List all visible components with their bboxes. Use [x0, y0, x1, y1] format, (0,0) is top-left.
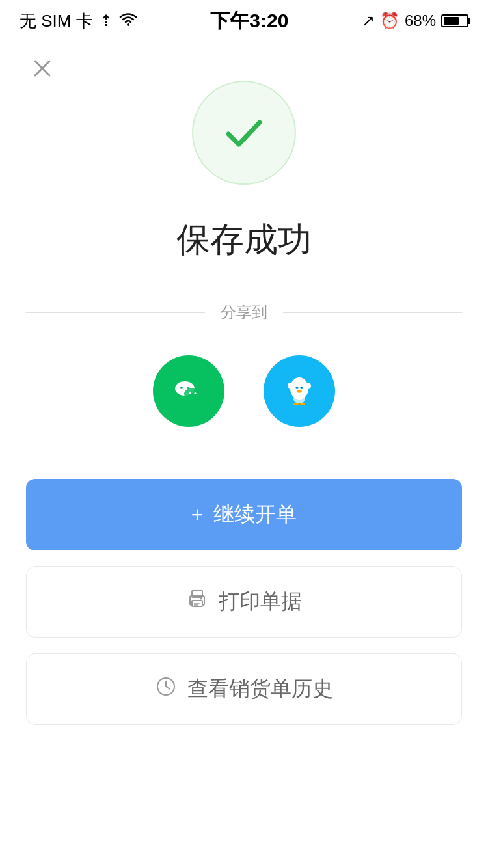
share-icons	[153, 355, 335, 427]
qq-icon	[278, 370, 320, 412]
svg-point-20	[293, 403, 299, 405]
history-button-label: 查看销货单历史	[187, 675, 333, 703]
checkmark-icon	[218, 107, 270, 159]
plus-icon: +	[191, 503, 204, 527]
svg-point-5	[180, 387, 183, 389]
action-buttons: + 继续开单 打印单据	[0, 479, 488, 725]
svg-point-27	[200, 598, 202, 600]
svg-point-17	[301, 387, 303, 388]
svg-point-8	[194, 392, 196, 394]
share-label: 分享到	[205, 302, 283, 323]
clock-icon	[155, 675, 177, 703]
success-icon-circle	[192, 81, 296, 185]
main-content: 保存成功 分享到	[0, 42, 488, 725]
wechat-icon	[168, 370, 210, 412]
svg-point-21	[300, 403, 305, 405]
history-button[interactable]: 查看销货单历史	[26, 653, 462, 725]
share-divider: 分享到	[0, 302, 488, 323]
wechat-share-button[interactable]	[153, 355, 224, 427]
svg-point-11	[294, 384, 305, 396]
print-button-label: 打印单据	[219, 588, 302, 616]
battery-icon	[441, 14, 468, 27]
svg-line-30	[166, 686, 170, 689]
svg-point-19	[293, 394, 305, 403]
svg-point-13	[306, 383, 311, 389]
svg-point-18	[297, 390, 302, 393]
svg-point-6	[187, 387, 189, 389]
status-bar: 无 SIM 卡 ⇡ 下午3:20 ↗ ⏰ 68%	[0, 0, 488, 42]
continue-button-label: 继续开单	[213, 500, 297, 529]
battery-percent: 68%	[405, 12, 436, 30]
status-time: 下午3:20	[210, 8, 288, 34]
print-button[interactable]: 打印单据	[26, 566, 462, 638]
status-left: 无 SIM 卡 ⇡	[20, 10, 137, 33]
wifi-icon: ⇡	[100, 12, 113, 30]
location-icon: ↗	[362, 12, 375, 30]
carrier-text: 无 SIM 卡	[20, 10, 93, 33]
print-icon	[186, 588, 208, 616]
svg-point-7	[189, 392, 191, 394]
success-title: 保存成功	[176, 217, 312, 263]
svg-point-0	[127, 23, 129, 26]
qq-share-button[interactable]	[264, 355, 335, 427]
status-right: ↗ ⏰ 68%	[362, 12, 468, 30]
wifi-signal	[119, 11, 137, 31]
alarm-icon: ⏰	[380, 12, 400, 30]
continue-button[interactable]: + 继续开单	[26, 479, 462, 550]
svg-point-16	[297, 387, 298, 388]
svg-point-4	[184, 388, 201, 400]
svg-point-12	[288, 383, 293, 389]
divider-right	[283, 312, 462, 313]
divider-left	[26, 312, 205, 313]
close-button[interactable]	[26, 52, 59, 85]
